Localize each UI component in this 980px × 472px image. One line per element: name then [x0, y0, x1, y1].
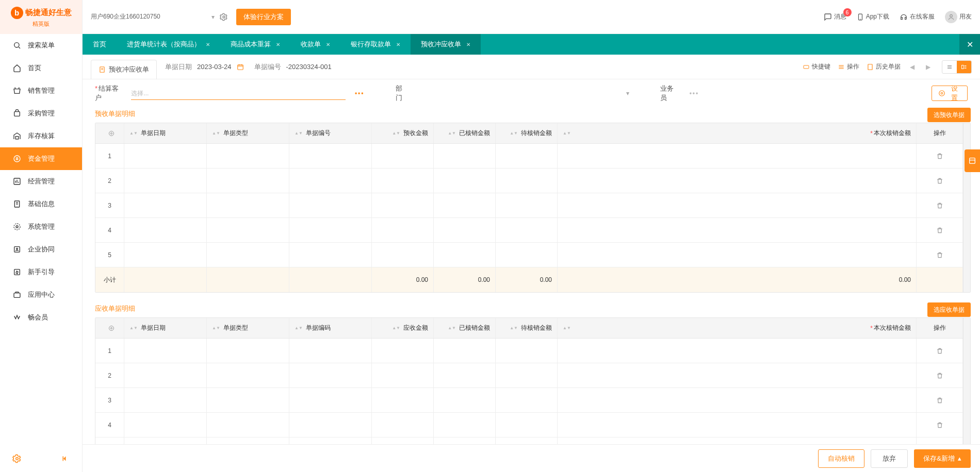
discard-button[interactable]: 放弃: [871, 449, 908, 468]
sidebar-item-vip[interactable]: 畅会员: [0, 306, 82, 329]
sort-icon[interactable]: ▲▼: [295, 131, 303, 135]
sidebar-item-basic[interactable]: 基础信息: [0, 193, 82, 215]
auto-offset-button[interactable]: 自动核销: [818, 449, 864, 468]
delete-icon[interactable]: [936, 422, 943, 429]
delete-icon[interactable]: [936, 202, 943, 209]
settings-button[interactable]: 设置: [932, 86, 968, 101]
close-all-tabs-button[interactable]: ✕: [959, 34, 980, 55]
delete-icon[interactable]: [936, 177, 943, 184]
delete-icon[interactable]: [936, 251, 943, 259]
sort-icon[interactable]: ▲▼: [212, 326, 220, 330]
table-row[interactable]: 2: [95, 168, 963, 193]
dept-select[interactable]: ▾: [415, 87, 629, 100]
sidebar-item-finance[interactable]: 资金管理: [0, 147, 82, 170]
column-gear-icon[interactable]: [108, 130, 115, 137]
table-row[interactable]: 3: [95, 193, 963, 218]
sales-field: 业务员 •••: [660, 84, 901, 103]
settings-label: 设置: [948, 84, 961, 103]
sort-icon[interactable]: ▲▼: [510, 131, 518, 135]
table-row[interactable]: 4: [95, 218, 963, 243]
table-row[interactable]: 5: [95, 437, 963, 444]
table-row[interactable]: 2: [95, 363, 963, 388]
messages-button[interactable]: 消息 6: [824, 12, 846, 21]
service-button[interactable]: 在线客服: [900, 12, 935, 21]
sidebar-item-sales[interactable]: 销售管理: [0, 79, 82, 102]
sidebar-item-label: 畅会员: [28, 313, 48, 322]
delete-icon[interactable]: [936, 153, 943, 160]
customer-more-icon[interactable]: •••: [355, 90, 365, 97]
table-row[interactable]: 4: [95, 413, 963, 437]
operate-button[interactable]: 操作: [838, 62, 859, 71]
sort-icon[interactable]: ▲▼: [563, 131, 571, 135]
sort-icon[interactable]: ▲▼: [212, 131, 220, 135]
tab-cost-recalc[interactable]: 商品成本重算✕: [220, 34, 290, 55]
tab-receipt[interactable]: 收款单✕: [290, 34, 340, 55]
sort-icon[interactable]: ▲▼: [510, 326, 518, 330]
sort-icon[interactable]: ▲▼: [448, 326, 456, 330]
company-gear-icon[interactable]: [220, 13, 228, 21]
scrollbar[interactable]: [963, 123, 970, 292]
select-receivable-button[interactable]: 选应收单据: [927, 302, 971, 317]
tab-purchase-report[interactable]: 进货单统计表（按商品）✕: [117, 34, 220, 55]
sort-icon[interactable]: ▲▼: [392, 326, 400, 330]
prev-doc-icon[interactable]: ◀: [908, 63, 917, 71]
sort-icon[interactable]: ▲▼: [129, 131, 138, 135]
calendar-icon[interactable]: [237, 63, 244, 71]
view-list-button[interactable]: [942, 61, 957, 73]
delete-icon[interactable]: [936, 227, 943, 234]
scrollbar[interactable]: [963, 318, 970, 444]
document-tab[interactable]: 预收冲应收单: [91, 60, 157, 79]
app-download-button[interactable]: App下载: [857, 12, 889, 21]
next-doc-icon[interactable]: ▶: [924, 63, 933, 71]
company-select[interactable]: 用户690企业1660120750 ▾: [91, 9, 215, 25]
save-new-button[interactable]: 保存&新增▴: [914, 449, 971, 468]
sales-select[interactable]: •••: [687, 87, 901, 100]
gear-icon[interactable]: [12, 454, 22, 463]
column-gear-icon[interactable]: [108, 325, 115, 331]
sort-icon[interactable]: ▲▼: [295, 326, 303, 330]
sidebar-item-collab[interactable]: 企业协同: [0, 238, 82, 261]
select-prepay-button[interactable]: 选预收单据: [927, 108, 971, 122]
sort-icon[interactable]: ▲▼: [563, 326, 571, 330]
th-type: 单据类型: [223, 324, 248, 332]
table-row[interactable]: 1: [95, 339, 963, 363]
tab-offset[interactable]: 预收冲应收单✕: [411, 34, 481, 55]
sort-icon[interactable]: ▲▼: [129, 326, 138, 330]
sidebar-item-purchase[interactable]: 采购管理: [0, 102, 82, 125]
close-icon[interactable]: ✕: [396, 42, 400, 47]
sidebar-item-apps[interactable]: 应用中心: [0, 283, 82, 306]
close-icon[interactable]: ✕: [276, 42, 280, 47]
sort-icon[interactable]: ▲▼: [392, 131, 400, 135]
customer-input[interactable]: [131, 87, 345, 100]
sort-icon[interactable]: ▲▼: [448, 131, 456, 135]
table-row[interactable]: 1: [95, 144, 963, 168]
tab-home[interactable]: 首页: [83, 34, 117, 55]
sidebar-item-home[interactable]: 首页: [0, 57, 82, 79]
sidebar-item-guide[interactable]: 新手引导: [0, 261, 82, 283]
date-value[interactable]: 2023-03-24: [197, 63, 232, 71]
close-icon[interactable]: ✕: [206, 42, 210, 47]
logo-title: 畅捷通好生意: [25, 8, 72, 18]
user-menu[interactable]: 用友: [945, 11, 972, 23]
th-pending: 待核销金额: [521, 129, 552, 138]
tab-bank[interactable]: 银行存取款单✕: [340, 34, 411, 55]
sidebar-item-system[interactable]: 系统管理: [0, 215, 82, 238]
history-button[interactable]: 历史单据: [867, 62, 901, 71]
view-detail-button[interactable]: [957, 61, 971, 73]
table-row[interactable]: 3: [95, 388, 963, 413]
shortcut-button[interactable]: 快捷键: [803, 62, 830, 71]
float-right-tab[interactable]: [965, 149, 980, 172]
tab-label: 银行存取款单: [351, 40, 391, 49]
delete-icon[interactable]: [936, 397, 943, 404]
close-icon[interactable]: ✕: [466, 42, 470, 47]
sidebar-item-business[interactable]: 经营管理: [0, 170, 82, 193]
try-plan-button[interactable]: 体验行业方案: [236, 9, 291, 25]
delete-icon[interactable]: [936, 372, 943, 379]
collapse-icon[interactable]: [60, 454, 70, 463]
table-row[interactable]: 5: [95, 243, 963, 267]
sidebar-item-search[interactable]: 搜索菜单: [0, 34, 82, 57]
sales-more-icon[interactable]: •••: [690, 90, 699, 97]
delete-icon[interactable]: [936, 347, 943, 355]
sidebar-item-inventory[interactable]: 库存核算: [0, 125, 82, 147]
close-icon[interactable]: ✕: [326, 42, 330, 47]
